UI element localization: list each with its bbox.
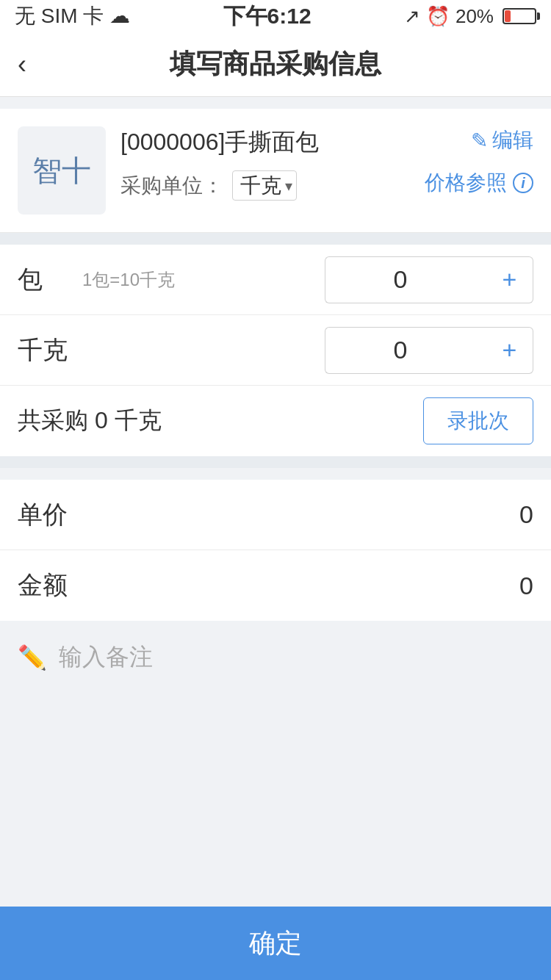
edit-button[interactable]: ✎ 编辑: [471, 126, 533, 154]
section-divider-1: [0, 233, 551, 245]
price-ref-button[interactable]: 价格参照 i: [425, 169, 533, 197]
content-fill: [0, 694, 551, 915]
input-section: 包 1包=10千克 + 千克 +: [0, 245, 551, 386]
product-info: [0000006]手撕面包 采购单位： 千克: [120, 126, 410, 201]
product-name: [0000006]手撕面包: [120, 126, 410, 159]
battery-icon: [503, 8, 536, 24]
record-batch-button[interactable]: 录批次: [423, 397, 533, 444]
total-row: 共采购 0 千克 录批次: [0, 386, 551, 456]
back-button[interactable]: ‹: [18, 49, 26, 80]
unit-label: 采购单位：: [120, 172, 223, 200]
signal-text: 无 SIM 卡 ☁: [15, 2, 130, 30]
unit-price-label: 单价: [18, 498, 68, 532]
status-right: ↗ ⏰ 20%: [404, 5, 536, 28]
bag-plus-button[interactable]: +: [486, 256, 533, 303]
bag-input[interactable]: [325, 256, 486, 303]
bag-input-right: +: [325, 256, 533, 303]
note-section[interactable]: ✏️ 输入备注: [0, 621, 551, 694]
unit-select[interactable]: 千克: [232, 170, 297, 201]
product-card: 智十 [0000006]手撕面包 采购单位： 千克 ✎ 编辑 价格参照 i: [0, 109, 551, 233]
amount-value: 0: [519, 572, 533, 600]
amount-row: 金额 0: [0, 550, 551, 621]
bag-sublabel: 1包=10千克: [82, 268, 175, 292]
note-placeholder: 输入备注: [59, 641, 153, 674]
unit-select-wrap: 千克: [232, 170, 297, 201]
status-left: 无 SIM 卡 ☁: [15, 2, 130, 30]
kg-input-row: 千克 +: [0, 315, 551, 386]
bag-input-row: 包 1包=10千克 +: [0, 245, 551, 315]
total-label: 共采购 0 千克: [18, 405, 162, 437]
price-ref-label: 价格参照: [425, 169, 507, 197]
alarm-icon: ⏰: [426, 5, 450, 28]
page-title: 填写商品采购信息: [170, 46, 381, 82]
confirm-button[interactable]: 确定: [0, 907, 551, 980]
pencil-icon: ✏️: [18, 644, 47, 671]
section-divider-2: [0, 456, 551, 468]
kg-plus-button[interactable]: +: [486, 327, 533, 374]
kg-input[interactable]: [325, 327, 486, 374]
price-section: 单价 0 金额 0: [0, 480, 551, 621]
edit-icon: ✎: [471, 129, 488, 153]
battery-percent: 20%: [455, 5, 494, 28]
info-icon: i: [513, 173, 533, 193]
status-time: 下午6:12: [223, 1, 311, 32]
edit-label: 编辑: [492, 126, 533, 154]
product-unit-row: 采购单位： 千克: [120, 170, 410, 201]
product-logo: 智十: [32, 151, 91, 191]
amount-label: 金额: [18, 569, 68, 602]
location-icon: ↗: [404, 5, 420, 28]
bag-label: 包: [18, 263, 76, 297]
battery-fill: [505, 10, 511, 22]
product-image: 智十: [18, 126, 106, 215]
nav-bar: ‹ 填写商品采购信息: [0, 32, 551, 97]
product-actions: ✎ 编辑 价格参照 i: [425, 126, 533, 197]
status-bar: 无 SIM 卡 ☁ 下午6:12 ↗ ⏰ 20%: [0, 0, 551, 32]
kg-label: 千克: [18, 334, 76, 367]
unit-price-value: 0: [519, 500, 533, 529]
unit-price-row: 单价 0: [0, 480, 551, 550]
kg-input-right: +: [325, 327, 533, 374]
